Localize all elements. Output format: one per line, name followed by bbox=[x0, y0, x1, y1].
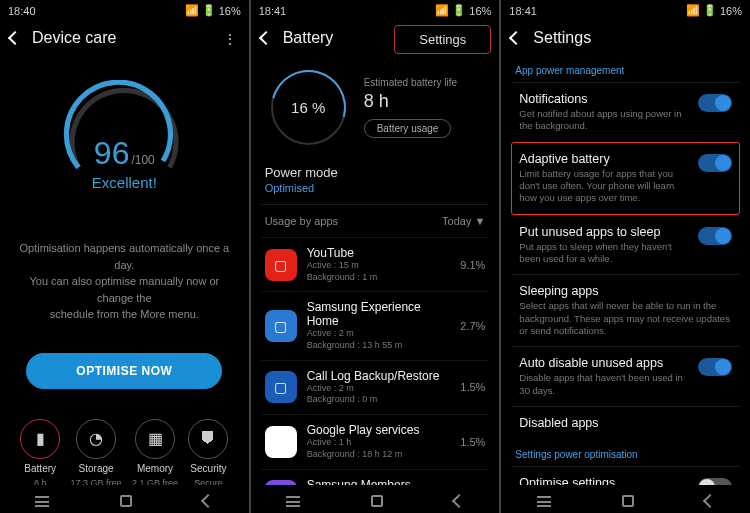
memory-icon: ▦ bbox=[148, 429, 163, 448]
score-max: /100 bbox=[131, 153, 154, 167]
app-percent: 1.5% bbox=[460, 436, 485, 448]
tile-storage[interactable]: ◔Storage17.3 GB free bbox=[71, 419, 122, 486]
battery-icon: ▮ bbox=[36, 429, 45, 448]
status-bar: 18:41 📶 🔋 16% bbox=[251, 0, 500, 21]
power-mode-row[interactable]: Power mode Optimised bbox=[261, 155, 490, 205]
battery-settings-screen: 18:41 📶 🔋 16% Settings App power managem… bbox=[501, 0, 750, 513]
nav-home[interactable] bbox=[371, 495, 383, 507]
back-icon[interactable] bbox=[8, 31, 22, 45]
section-settings-optimisation: Settings power optimisation bbox=[511, 439, 740, 466]
setting-desc: Disable apps that haven't been used in 3… bbox=[519, 372, 690, 397]
toggle[interactable] bbox=[698, 358, 732, 376]
app-row[interactable]: ▢Samsung MembersActive : 2 mBackground :… bbox=[261, 469, 490, 486]
estimated-hours: 8 h bbox=[364, 91, 480, 112]
nav-recent[interactable] bbox=[35, 496, 49, 507]
score-value: 96 bbox=[94, 135, 130, 171]
setting-name: Notifications bbox=[519, 92, 690, 106]
app-detail: Active : 2 mBackground : 13 h 55 m bbox=[307, 328, 451, 351]
tile-memory[interactable]: ▦Memory2.1 GB free bbox=[132, 419, 178, 486]
back-icon[interactable] bbox=[509, 31, 523, 45]
app-name: Samsung Members bbox=[307, 478, 476, 486]
toggle[interactable] bbox=[698, 227, 732, 245]
header: Device care ⋮ bbox=[0, 21, 249, 55]
category-tiles: ▮Battery8 h ◔Storage17.3 GB free ▦Memory… bbox=[10, 419, 239, 486]
nav-home[interactable] bbox=[622, 495, 634, 507]
nav-home[interactable] bbox=[120, 495, 132, 507]
toggle[interactable] bbox=[698, 154, 732, 172]
nav-back[interactable] bbox=[702, 494, 716, 508]
storage-icon: ◔ bbox=[89, 429, 103, 448]
toggle[interactable] bbox=[698, 478, 732, 485]
setting-row[interactable]: Optimise settingsSave battery by optimis… bbox=[511, 466, 740, 485]
setting-name: Sleeping apps bbox=[519, 284, 732, 298]
app-icon: ▢ bbox=[265, 371, 297, 403]
status-icons: 📶 🔋 16% bbox=[185, 4, 241, 17]
info-message: Optimisation happens automatically once … bbox=[10, 240, 239, 323]
app-detail: Active : 1 hBackground : 18 h 12 m bbox=[307, 437, 451, 460]
setting-name: Put unused apps to sleep bbox=[519, 225, 690, 239]
status-time: 18:40 bbox=[8, 5, 36, 17]
battery-screen: 18:41 📶 🔋 16% Battery Settings 16 % Esti… bbox=[251, 0, 500, 513]
app-detail: Active : 15 mBackground : 1 m bbox=[307, 260, 451, 283]
score-label: Excellent! bbox=[59, 174, 189, 191]
battery-usage-button[interactable]: Battery usage bbox=[364, 119, 452, 138]
status-icons: 📶 🔋 16% bbox=[686, 4, 742, 17]
today-dropdown[interactable]: Today ▼ bbox=[442, 215, 485, 227]
device-score-gauge: 96/100 Excellent! bbox=[10, 55, 239, 190]
setting-row[interactable]: Sleeping appsSelect apps that will never… bbox=[511, 274, 740, 346]
setting-name: Auto disable unused apps bbox=[519, 356, 690, 370]
toggle[interactable] bbox=[698, 94, 732, 112]
app-name: Google Play services bbox=[307, 423, 451, 437]
header: Battery Settings bbox=[251, 21, 500, 55]
setting-row[interactable]: Adaptive batteryLimit battery usage for … bbox=[511, 142, 740, 215]
status-bar: 18:41 📶 🔋 16% bbox=[501, 0, 750, 21]
shield-icon: ⛊ bbox=[200, 430, 216, 448]
tile-security[interactable]: ⛊SecuritySecure bbox=[188, 419, 228, 486]
estimated-label: Estimated battery life bbox=[364, 77, 480, 88]
nav-recent[interactable] bbox=[537, 496, 551, 507]
setting-row[interactable]: NotificationsGet notified about apps usi… bbox=[511, 82, 740, 142]
nav-recent[interactable] bbox=[286, 496, 300, 507]
back-icon[interactable] bbox=[259, 31, 273, 45]
app-name: Call Log Backup/Restore bbox=[307, 369, 451, 383]
app-name: Samsung Experience Home bbox=[307, 300, 451, 328]
usage-by-apps-header: Usage by appsToday ▼ bbox=[261, 205, 490, 237]
tile-battery[interactable]: ▮Battery8 h bbox=[20, 419, 60, 486]
app-row[interactable]: ▢Google Play servicesActive : 1 hBackgro… bbox=[261, 414, 490, 468]
app-row[interactable]: ▢Samsung Experience HomeActive : 2 mBack… bbox=[261, 291, 490, 359]
page-title: Device care bbox=[32, 29, 116, 47]
section-app-power: App power management bbox=[511, 55, 740, 82]
settings-button[interactable]: Settings bbox=[394, 25, 491, 54]
app-icon: ▢ bbox=[265, 310, 297, 342]
page-title: Settings bbox=[533, 29, 591, 47]
status-time: 18:41 bbox=[259, 5, 287, 17]
app-percent: 2.7% bbox=[460, 320, 485, 332]
app-row[interactable]: ▢YouTubeActive : 15 mBackground : 1 m9.1… bbox=[261, 237, 490, 291]
more-icon[interactable]: ⋮ bbox=[223, 31, 237, 47]
app-icon: ▢ bbox=[265, 249, 297, 281]
nav-bar bbox=[501, 485, 750, 513]
app-detail: Active : 2 mBackground : 0 m bbox=[307, 383, 451, 406]
setting-desc: Get notified about apps using power in t… bbox=[519, 108, 690, 133]
app-percent: 9.1% bbox=[460, 259, 485, 271]
app-icon: ▢ bbox=[265, 426, 297, 458]
app-percent: 1.5% bbox=[460, 381, 485, 393]
app-row[interactable]: ▢Call Log Backup/RestoreActive : 2 mBack… bbox=[261, 360, 490, 414]
setting-row[interactable]: Put unused apps to sleepPut apps to slee… bbox=[511, 215, 740, 275]
optimise-now-button[interactable]: OPTIMISE NOW bbox=[26, 353, 222, 389]
nav-back[interactable] bbox=[452, 494, 466, 508]
battery-ring: 16 % bbox=[271, 70, 346, 145]
setting-row[interactable]: Disabled apps bbox=[511, 406, 740, 439]
setting-row[interactable]: Auto disable unused appsDisable apps tha… bbox=[511, 346, 740, 406]
device-care-screen: 18:40 📶 🔋 16% Device care ⋮ 96/100 Excel… bbox=[0, 0, 249, 513]
status-bar: 18:40 📶 🔋 16% bbox=[0, 0, 249, 21]
app-name: YouTube bbox=[307, 246, 451, 260]
status-icons: 📶 🔋 16% bbox=[435, 4, 491, 17]
setting-name: Disabled apps bbox=[519, 416, 732, 430]
nav-bar bbox=[0, 485, 249, 513]
status-time: 18:41 bbox=[509, 5, 537, 17]
header: Settings bbox=[501, 21, 750, 55]
setting-desc: Put apps to sleep when they haven't been… bbox=[519, 241, 690, 266]
nav-back[interactable] bbox=[201, 494, 215, 508]
setting-name: Adaptive battery bbox=[519, 152, 690, 166]
